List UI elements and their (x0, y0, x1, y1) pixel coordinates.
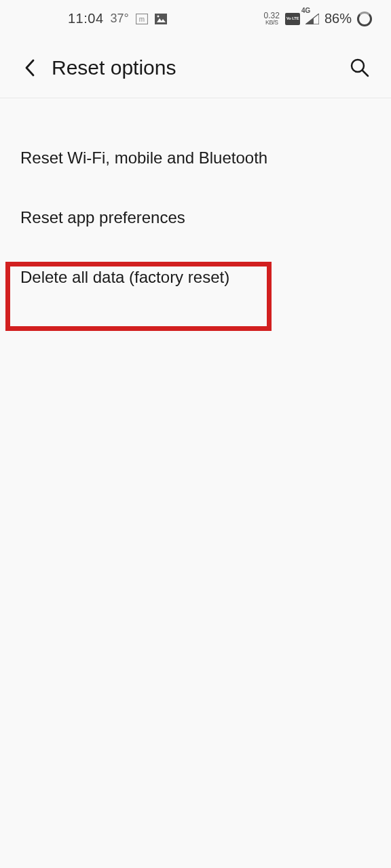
option-label: Reset Wi-Fi, mobile and Bluetooth (20, 149, 267, 167)
battery-percent: 86% (324, 11, 352, 26)
chevron-left-icon (24, 58, 35, 77)
m-box-icon: m (136, 13, 148, 25)
back-button[interactable] (19, 57, 41, 79)
status-time: 11:04 (68, 11, 104, 26)
option-reset-app-prefs[interactable]: Reset app preferences (0, 188, 391, 248)
status-temperature: 37° (111, 12, 129, 26)
option-reset-network[interactable]: Reset Wi-Fi, mobile and Bluetooth (0, 128, 391, 188)
page-header: Reset options (0, 37, 391, 98)
network-gen: 4G (301, 7, 310, 14)
svg-line-8 (362, 71, 368, 76)
option-label: Reset app preferences (20, 208, 185, 226)
svg-point-4 (157, 15, 159, 17)
image-icon (155, 13, 167, 25)
search-icon (350, 58, 370, 78)
status-right: 0.32 KB/S Vo LTE 4G 86% (264, 11, 372, 26)
svg-text:m: m (139, 16, 145, 23)
option-factory-reset[interactable]: Delete all data (factory reset) (0, 248, 391, 307)
options-list: Reset Wi-Fi, mobile and Bluetooth Reset … (0, 98, 391, 307)
search-button[interactable] (348, 56, 372, 80)
option-label: Delete all data (factory reset) (20, 268, 229, 286)
battery-ring-icon (357, 12, 372, 26)
status-left: 11:04 37° m (68, 11, 167, 26)
network-speed: 0.32 KB/S (264, 12, 280, 26)
kbs-unit: KB/S (264, 20, 280, 26)
page-title: Reset options (52, 56, 348, 79)
signal-icon: 4G (305, 14, 319, 24)
svg-rect-2 (155, 14, 167, 24)
volte-icon: Vo LTE (285, 13, 300, 25)
status-bar: 11:04 37° m 0.32 KB/S Vo LTE 4G 86% (0, 0, 391, 37)
